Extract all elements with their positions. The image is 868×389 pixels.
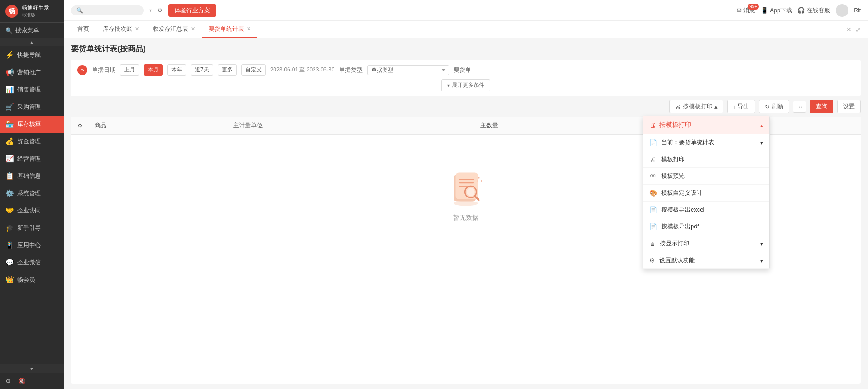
expand-more-btn[interactable]: ▾ 展开更多条件 (441, 79, 490, 91)
messages-btn[interactable]: ✉ 消息 99+ (737, 6, 755, 15)
date-btn-more[interactable]: 更多 (218, 64, 237, 76)
tab-bar: 首页 库存批次账 ✕ 收发存汇总表 ✕ 要货单统计表 ✕ ✕ ⤢ (64, 21, 868, 38)
date-btn-this-year[interactable]: 本年 (167, 64, 186, 76)
search-icon-header: 🔍 (76, 7, 83, 14)
sidebar-item-collab[interactable]: 🤝 企业协同 (0, 202, 64, 219)
print-header-icon: 🖨 (649, 121, 656, 129)
date-btn-last-month[interactable]: 上月 (120, 64, 139, 76)
scroll-up-btn[interactable]: ▲ (0, 38, 64, 46)
sidebar-item-quick-nav[interactable]: ⚡ 快捷导航 (0, 46, 64, 64)
refresh-label: 刷新 (772, 102, 783, 111)
tab-expand-icon[interactable]: ⤢ (855, 26, 861, 33)
current-template-item[interactable]: 📄 当前：要货单统计表 (643, 134, 769, 151)
sidebar-label-guide: 新手引导 (17, 224, 41, 232)
svg-point-0 (454, 201, 478, 206)
sidebar-item-purchase[interactable]: 🛒 采购管理 (0, 98, 64, 116)
print-dropdown-header[interactable]: 🖨 按模板打印 (643, 116, 769, 134)
sidebar-item-system[interactable]: ⚙️ 系统管理 (0, 185, 64, 202)
member-icon: 👑 (5, 276, 14, 284)
base-icon: 📋 (5, 172, 14, 180)
system-icon: ⚙️ (5, 189, 14, 197)
col-settings[interactable]: ⚙ (71, 117, 89, 135)
scroll-down-btn[interactable]: ▼ (0, 364, 64, 373)
top-header: 🔍 ▾ ⚙ 体验行业方案 ✉ 消息 99+ 📱 App下载 🎧 在线客服 Rit (64, 0, 868, 21)
sidebar-item-sales[interactable]: 📊 销售管理 (0, 81, 64, 98)
template-custom-label: 模板自定义设计 (661, 189, 703, 197)
expand-down-icon: ▾ (447, 82, 450, 89)
finance-icon: 💰 (5, 137, 14, 146)
wecom-icon: 💬 (5, 258, 14, 267)
sales-icon: 📊 (5, 86, 14, 94)
username-text: Rit (854, 7, 861, 14)
sidebar-item-operations[interactable]: 📈 经营管理 (0, 150, 64, 167)
order-stats-close-icon[interactable]: ✕ (247, 26, 251, 32)
purchase-icon: 🛒 (5, 103, 14, 111)
query-btn[interactable]: 查询 (810, 100, 833, 113)
page-content: 要货单统计表(按商品) » 单据日期 上月 本月 本年 近7天 更多 自定义 2… (64, 38, 868, 389)
template-custom-item[interactable]: 🎨 模板自定义设计 (643, 185, 769, 202)
empty-illustration (445, 167, 486, 207)
refresh-btn[interactable]: ↻ 刷新 (759, 100, 789, 113)
set-default-item[interactable]: ⚙ 设置默认功能 (643, 252, 769, 269)
global-search[interactable]: 🔍 (71, 5, 144, 15)
export-icon: ↑ (733, 103, 736, 110)
apps-icon: 📱 (5, 241, 14, 249)
sidebar-item-apps[interactable]: 📱 应用中心 (0, 237, 64, 254)
tab-receipt-summary[interactable]: 收发存汇总表 ✕ (146, 21, 201, 38)
template-preview-item[interactable]: 👁 模板预览 (643, 168, 769, 185)
query-label: 查询 (816, 102, 828, 111)
sidebar-label-finance: 资金管理 (17, 137, 41, 146)
tab-close-icon[interactable]: ✕ (846, 26, 852, 33)
export-pdf-item[interactable]: 📄 按模板导出pdf (643, 218, 769, 235)
home-tab-label: 首页 (77, 25, 89, 33)
export-excel-label: 按模板导出excel (661, 206, 704, 214)
sidebar-item-wecom[interactable]: 💬 企业微信 (0, 254, 64, 271)
date-btn-this-month[interactable]: 本月 (144, 64, 163, 76)
sidebar-item-guide[interactable]: 🎓 新手引导 (0, 219, 64, 237)
filter-expand-row: ▾ 展开更多条件 (77, 79, 854, 91)
service-icon: 🎧 (798, 7, 805, 14)
filter-toggle-btn[interactable]: » (77, 65, 87, 75)
message-icon: ✉ (737, 7, 742, 14)
export-btn[interactable]: ↑ 导出 (727, 100, 756, 113)
date-btn-last-7-days[interactable]: 近7天 (191, 64, 213, 76)
set-default-label: 设置默认功能 (659, 256, 695, 264)
display-print-item[interactable]: 🖥 按显示打印 (643, 235, 769, 252)
current-template-icon: 📄 (649, 139, 657, 146)
template-preview-label: 模板预览 (661, 172, 685, 180)
header-settings-icon[interactable]: ⚙ (157, 7, 163, 14)
template-print-item[interactable]: 🖨 模板打印 (643, 151, 769, 168)
avatar[interactable] (836, 4, 848, 17)
expand-more-label: 展开更多条件 (452, 81, 484, 89)
print-btn[interactable]: 🖨 按模板打印 ▴ (669, 100, 723, 113)
mute-footer-icon[interactable]: 🔇 (18, 378, 25, 384)
sidebar-item-finance[interactable]: 💰 资金管理 (0, 133, 64, 150)
export-excel-item[interactable]: 📄 按模板导出excel (643, 202, 769, 218)
trial-btn[interactable]: 体验行业方案 (168, 4, 216, 17)
tab-batch-account[interactable]: 库存批次账 ✕ (96, 21, 145, 38)
date-btn-custom[interactable]: 自定义 (241, 64, 266, 76)
search-menu-btn[interactable]: 🔍 搜索菜单 (0, 23, 64, 38)
doc-type-select[interactable]: 单据类型 (367, 65, 449, 75)
settings-label: 设置 (843, 102, 855, 111)
dropdown-area[interactable]: ▾ (149, 7, 152, 14)
export-pdf-label: 按模板导出pdf (661, 222, 699, 231)
template-preview-icon: 👁 (649, 172, 657, 180)
sidebar-item-member[interactable]: 👑 畅会员 (0, 271, 64, 288)
receipt-summary-close-icon[interactable]: ✕ (191, 26, 195, 32)
app-download-btn[interactable]: 📱 App下载 (761, 6, 792, 15)
sidebar-label-wecom: 企业微信 (17, 258, 41, 267)
online-service-btn[interactable]: 🎧 在线客服 (798, 6, 830, 15)
sidebar-label-marketing: 营销推广 (17, 68, 41, 76)
settings-btn[interactable]: 设置 (837, 100, 861, 113)
sidebar-item-base[interactable]: 📋 基础信息 (0, 167, 64, 185)
batch-account-close-icon[interactable]: ✕ (135, 26, 139, 32)
sidebar-label-sales: 销售管理 (17, 86, 41, 94)
tab-home[interactable]: 首页 (71, 21, 95, 38)
more-btn[interactable]: ··· (793, 101, 806, 113)
sidebar-item-marketing[interactable]: 📢 营销推广 (0, 64, 64, 81)
settings-footer-icon[interactable]: ⚙ (5, 378, 11, 384)
sidebar-item-inventory[interactable]: 🏪 库存核算 (0, 116, 64, 133)
set-default-icon: ⚙ (649, 257, 655, 264)
tab-order-stats[interactable]: 要货单统计表 ✕ (202, 21, 257, 38)
